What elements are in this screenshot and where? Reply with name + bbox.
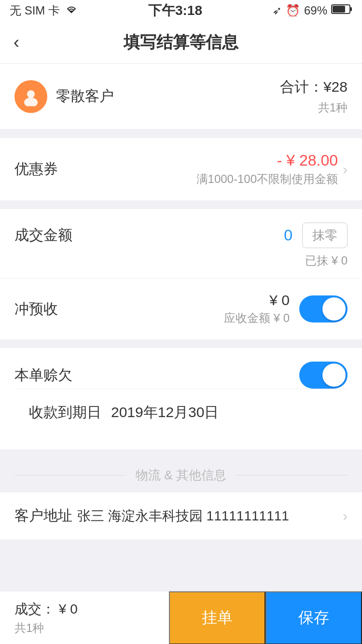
customer-row: 零散客户 合计：¥28 共1种 — [0, 64, 362, 129]
duedate-row: 收款到期日 2019年12月30日 — [29, 403, 333, 422]
wifi-icon — [65, 4, 78, 17]
status-bar: 无 SIM 卡 下午3:18 ➶ ⏰ 69% — [0, 0, 362, 21]
round-zero-button[interactable]: 抹零 — [302, 223, 348, 248]
logistics-label: 物流 & 其他信息 — [136, 467, 226, 484]
battery-icon — [331, 4, 352, 17]
bottom-bar: 成交： ¥ 0 共1种 挂单 保存 — [0, 591, 362, 644]
amount-value: 0 — [284, 226, 292, 244]
credit-section: 本单赊欠 收款到期日 2019年12月30日 — [0, 348, 362, 449]
svg-point-4 — [24, 98, 38, 106]
address-chevron-icon: › — [343, 508, 348, 524]
prepay-toggle[interactable] — [299, 295, 348, 322]
coupon-desc: 满1000-100不限制使用金额 — [196, 171, 338, 187]
address-label: 客户地址 — [14, 506, 72, 526]
amount-sub: 已抹 ¥ 0 — [14, 253, 348, 278]
deal-amount-area: 成交金额 0 抹零 已抹 ¥ 0 — [0, 209, 362, 278]
logistics-label-row: 物流 & 其他信息 — [14, 467, 348, 484]
sim-label: 无 SIM 卡 — [10, 3, 60, 18]
customer-left: 零散客户 — [14, 80, 114, 113]
address-section[interactable]: 客户地址 张三 海淀永丰科技园 11111111111 › — [0, 492, 362, 539]
bottom-deal-amount: 成交： ¥ 0 — [14, 600, 154, 618]
customer-right: 合计：¥28 共1种 — [280, 77, 348, 115]
amount-right: 0 抹零 — [284, 223, 348, 248]
credit-label: 本单赊欠 — [14, 365, 72, 385]
prepay-row: 冲预收 ¥ 0 应收金额 ¥ 0 — [14, 279, 348, 326]
svg-rect-1 — [333, 6, 345, 13]
page-title: 填写结算等信息 — [124, 31, 238, 54]
address-row: 客户地址 张三 海淀永丰科技园 11111111111 › — [14, 506, 348, 526]
svg-point-3 — [27, 90, 35, 98]
prepay-right: ¥ 0 应收金额 ¥ 0 — [224, 292, 348, 326]
coupon-section: 优惠券 - ¥ 28.00 满1000-100不限制使用金额 › — [0, 138, 362, 200]
customer-avatar — [14, 80, 47, 113]
back-button[interactable]: ‹ — [14, 32, 19, 53]
coupon-row[interactable]: 优惠券 - ¥ 28.00 满1000-100不限制使用金额 › — [0, 138, 362, 200]
status-time: 下午3:18 — [148, 1, 202, 20]
alarm-icon: ⏰ — [286, 4, 300, 17]
credit-row: 本单赊欠 — [14, 362, 348, 389]
customer-section: 零散客户 合计：¥28 共1种 — [0, 64, 362, 129]
logistics-divider: 物流 & 其他信息 — [0, 458, 362, 492]
status-left: 无 SIM 卡 — [10, 3, 78, 18]
customer-total: 合计：¥28 — [280, 77, 348, 97]
prepay-amount: ¥ 0 — [224, 292, 290, 308]
prepay-sub: 应收金额 ¥ 0 — [224, 310, 290, 326]
save-button[interactable]: 保存 — [265, 591, 362, 644]
customer-count: 共1种 — [280, 100, 348, 115]
location-icon: ➶ — [272, 4, 282, 17]
coupon-right: - ¥ 28.00 满1000-100不限制使用金额 › — [196, 152, 348, 187]
battery-label: 69% — [304, 4, 327, 17]
duedate-area: 收款到期日 2019年12月30日 — [14, 389, 348, 436]
toggle-knob — [322, 297, 346, 321]
coupon-amount: - ¥ 28.00 — [196, 152, 338, 169]
amount-label: 成交金额 — [14, 225, 72, 245]
prepay-label: 冲预收 — [14, 299, 58, 319]
duedate-label: 收款到期日 — [29, 403, 101, 422]
nav-bar: ‹ 填写结算等信息 — [0, 21, 362, 64]
pending-button[interactable]: 挂单 — [169, 591, 265, 644]
amount-row: 成交金额 0 抹零 — [14, 223, 348, 253]
credit-toggle-knob — [322, 364, 346, 387]
bottom-deal-count: 共1种 — [14, 620, 154, 636]
address-value: 张三 海淀永丰科技园 11111111111 — [77, 507, 338, 525]
duedate-value: 2019年12月30日 — [111, 403, 219, 422]
prepay-area: 冲预收 ¥ 0 应收金额 ¥ 0 — [0, 278, 362, 339]
prepay-values: ¥ 0 应收金额 ¥ 0 — [224, 292, 290, 326]
svg-rect-2 — [350, 7, 352, 11]
divider-line-left — [14, 475, 126, 476]
status-right: ➶ ⏰ 69% — [272, 4, 352, 17]
credit-toggle[interactable] — [299, 362, 348, 389]
coupon-content: - ¥ 28.00 满1000-100不限制使用金额 — [196, 152, 338, 187]
amount-prepay-section: 成交金额 0 抹零 已抹 ¥ 0 冲预收 ¥ 0 应收金额 ¥ 0 — [0, 209, 362, 339]
bottom-info: 成交： ¥ 0 共1种 — [0, 600, 169, 636]
customer-name: 零散客户 — [56, 86, 114, 106]
chevron-right-icon: › — [343, 161, 348, 178]
divider-line-right — [236, 475, 348, 476]
coupon-label: 优惠券 — [14, 159, 58, 179]
